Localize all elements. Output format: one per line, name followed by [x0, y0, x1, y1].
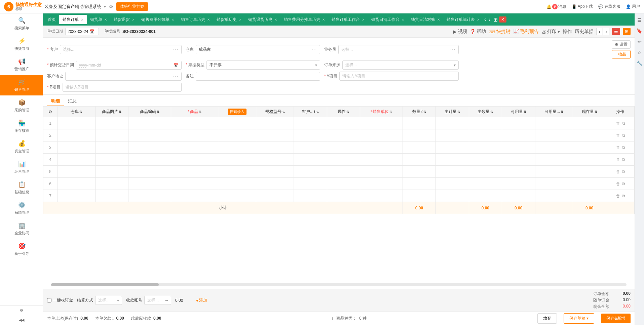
tab-sales-refund-history[interactable]: 销货退货历史 ✕ — [245, 15, 280, 24]
row-2-unit[interactable] — [360, 129, 403, 141]
row-6-available1[interactable] — [502, 178, 535, 190]
row-1-warehouse[interactable] — [58, 117, 96, 129]
tab-sales-return-history[interactable]: 销货单历史 ✕ — [213, 15, 245, 24]
table-scroll-thumb[interactable] — [51, 283, 159, 286]
tab-close-order-history[interactable]: ✕ — [207, 18, 210, 22]
th-goods[interactable]: *商品 ⇅ — [171, 107, 218, 117]
sidebar-item-operations[interactable]: 📊 经营管理 — [0, 157, 43, 177]
row-2-copy-icon[interactable]: ⧉ — [622, 133, 625, 138]
row-2-image[interactable] — [95, 129, 128, 141]
th-image[interactable]: 商品图片⇅ — [95, 107, 128, 117]
th-available2[interactable]: 可用量...⇅ — [535, 107, 573, 117]
next-record-btn[interactable]: › — [603, 28, 609, 35]
tab-sales-order-history[interactable]: 销售订单历史 ✕ — [178, 15, 213, 24]
row-3-available1[interactable] — [502, 141, 535, 154]
row-5-goods[interactable] — [171, 166, 218, 178]
row-1-qty2[interactable] — [403, 117, 435, 129]
rp-list-icon[interactable]: ☰ — [636, 16, 644, 24]
row-1-main-unit[interactable] — [436, 117, 469, 129]
add-goods-btn[interactable]: + 物品 — [612, 50, 631, 58]
scan-input-btn[interactable]: 扫码录入 — [228, 109, 247, 115]
row-6-customer-code[interactable] — [294, 178, 327, 190]
row-5-warehouse[interactable] — [58, 166, 96, 178]
th-stock[interactable]: 现存量⇅ — [573, 107, 606, 117]
row-7-warehouse[interactable] — [58, 190, 96, 202]
row-2-customer-code[interactable] — [294, 129, 327, 141]
row-1-customer-code[interactable] — [294, 117, 327, 129]
row-5-code[interactable] — [128, 166, 171, 178]
tab-close-sales-return[interactable]: ✕ — [104, 18, 107, 22]
rp-edit-icon[interactable]: ✏ — [636, 38, 644, 46]
view-btn[interactable]: ▶ 视频 — [453, 29, 467, 35]
row-4-main-unit[interactable] — [436, 154, 469, 166]
prev-record-btn[interactable]: ‹ — [596, 28, 603, 35]
row-1-image[interactable] — [95, 117, 128, 129]
invoice-type-select[interactable]: 不开票 ▾ — [206, 60, 320, 70]
row-1-attrs[interactable] — [327, 117, 360, 129]
tab-close-sales-refund[interactable]: ✕ — [132, 18, 135, 22]
row-2-qty2[interactable] — [403, 129, 435, 141]
industry-btn[interactable]: 体验行业方案 — [116, 2, 148, 11]
row-2-spec[interactable] — [256, 129, 294, 141]
row-4-available1[interactable] — [502, 154, 535, 166]
row-5-image[interactable] — [95, 166, 128, 178]
row-2-warehouse[interactable] — [58, 129, 96, 141]
doc-date-input[interactable]: 2023-03-24 📅 — [65, 28, 99, 35]
memo-input[interactable] — [196, 72, 320, 81]
row-3-copy-icon[interactable]: ⧉ — [622, 145, 625, 150]
shortcut-btn[interactable]: ⌨ 快捷键 — [489, 29, 510, 35]
row-3-image[interactable] — [95, 141, 128, 154]
row-4-code[interactable] — [128, 154, 171, 166]
row-4-goods[interactable] — [171, 154, 218, 166]
row-5-copy-icon[interactable]: ⧉ — [622, 169, 625, 174]
th-code[interactable]: 商品编码⇅ — [128, 107, 171, 117]
row-4-delete-icon[interactable]: 🗑 — [616, 157, 620, 162]
th-settings[interactable]: ⚙ — [43, 107, 58, 117]
payment-method-select[interactable]: 选择... ▾ — [95, 296, 122, 305]
save-draft-btn[interactable]: 保存草稿 ▾ — [564, 313, 594, 324]
row-3-main-unit[interactable] — [436, 141, 469, 154]
row-2-delete-icon[interactable]: 🗑 — [616, 133, 620, 138]
row-3-attrs[interactable] — [327, 141, 360, 154]
settings-icon[interactable]: ⚙ — [109, 3, 113, 10]
row-5-available1[interactable] — [502, 166, 535, 178]
row-7-main-unit[interactable] — [436, 190, 469, 202]
row-5-main-qty[interactable] — [469, 166, 502, 178]
row-5-spec[interactable] — [256, 166, 294, 178]
form-view-btn[interactable]: ⊞ — [623, 28, 631, 35]
profit-btn[interactable]: 📈 毛利预告 — [513, 29, 539, 35]
row-2-goods[interactable] — [171, 129, 218, 141]
row-5-delete-icon[interactable]: 🗑 — [616, 169, 620, 174]
tab-prev-btn[interactable]: ‹ — [483, 16, 487, 23]
row-7-qty2[interactable] — [403, 190, 435, 202]
row-4-stock[interactable] — [573, 154, 606, 166]
tab-summary[interactable]: 汇总 — [64, 97, 81, 106]
delivery-date-input[interactable]: yyyy-mm-dd 📅 — [76, 61, 182, 70]
customer-input[interactable]: 选择... ··· — [60, 45, 182, 54]
rp-star-icon[interactable]: ☆ — [636, 48, 644, 56]
row-4-customer-code[interactable] — [294, 154, 327, 166]
row-6-spec[interactable] — [256, 178, 294, 190]
row-1-spec[interactable] — [256, 117, 294, 129]
row-4-scan[interactable] — [218, 154, 256, 166]
row-6-copy-icon[interactable]: ⧉ — [622, 181, 625, 186]
tab-expand-btn[interactable]: ⊞ — [492, 16, 499, 23]
one-click-deposit-checkbox[interactable] — [47, 298, 51, 302]
settings-btn[interactable]: ⚙ 设置 — [612, 40, 631, 49]
row-7-copy-icon[interactable]: ⧉ — [622, 194, 625, 198]
tab-cash-reconcile[interactable]: 钱货日清对账 ✕ — [408, 15, 443, 24]
row-6-stock[interactable] — [573, 178, 606, 190]
list-view-btn[interactable]: ☰ — [612, 28, 620, 35]
sidebar-item-marketing[interactable]: 📢 营销推广 — [0, 54, 43, 75]
row-3-unit[interactable] — [360, 141, 403, 154]
row-3-available2[interactable] — [535, 141, 573, 154]
row-4-unit[interactable] — [360, 154, 403, 166]
th-attrs[interactable]: 属性⇅ — [327, 107, 360, 117]
staff-input[interactable]: 选择... ··· — [338, 45, 459, 54]
sidebar-item-purchase[interactable]: 📦 采购管理 — [0, 95, 43, 116]
row-2-code[interactable] — [128, 129, 171, 141]
row-6-qty2[interactable] — [403, 178, 435, 190]
row-4-available2[interactable] — [535, 154, 573, 166]
print-btn[interactable]: 🖨 打印 ▾ — [541, 29, 560, 35]
row-7-goods[interactable] — [171, 190, 218, 202]
